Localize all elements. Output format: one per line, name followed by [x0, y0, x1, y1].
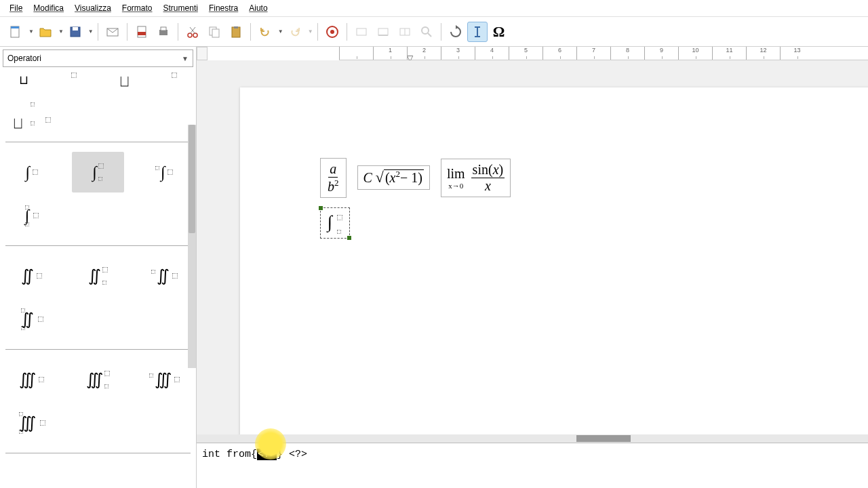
pdf-button[interactable] — [132, 22, 152, 42]
ruler-tick: 1 — [373, 47, 407, 60]
dropdown-arrow-icon[interactable]: ▼ — [278, 28, 283, 35]
formula-integral[interactable]: ∫ — [320, 207, 350, 239]
op-iint[interactable]: ∬ — [5, 256, 58, 296]
scrollbar-thumb[interactable] — [576, 435, 631, 442]
help-button[interactable] — [322, 22, 342, 42]
op-iint-from[interactable]: ∬ — [72, 256, 125, 296]
ruler-tick — [339, 47, 373, 60]
svg-rect-13 — [232, 27, 240, 37]
cut-button[interactable] — [182, 22, 203, 42]
ruler-tick: 13 — [780, 47, 814, 60]
zoom-button[interactable] — [416, 22, 437, 42]
ruler-tick: 8 — [610, 47, 644, 60]
save-button[interactable] — [65, 22, 85, 42]
cursor-button[interactable] — [467, 22, 488, 42]
rect1-button[interactable] — [351, 22, 372, 42]
svg-rect-3 — [73, 27, 78, 30]
highlight-spot — [255, 428, 286, 460]
op-iint-fromto[interactable]: ∬ — [5, 299, 58, 340]
menu-file[interactable]: File — [4, 1, 28, 15]
canvas[interactable]: ab2 C √(x2− 1) lim x→0 sin(x) x — [197, 60, 868, 437]
op-iiint-to[interactable]: ∭ — [138, 359, 191, 400]
paste-button[interactable] — [226, 22, 246, 42]
svg-rect-8 — [161, 27, 166, 30]
ruler-tick: 12 — [746, 47, 780, 60]
menu-edit[interactable]: Modifica — [28, 1, 69, 15]
rect3-button[interactable] — [395, 22, 415, 42]
formula-fraction[interactable]: ab2 — [320, 158, 347, 198]
ruler-tick: 10 — [678, 47, 712, 60]
category-select[interactable]: Operatori ▼ — [3, 49, 193, 67]
sidebar: Operatori ▼ ⊔ ⨆ ⨆ ∫ ∫ ∫ — [0, 47, 197, 488]
scrollbar-thumb[interactable] — [189, 125, 195, 233]
formula-sqrt[interactable]: C √(x2− 1) — [357, 165, 430, 190]
copy-button[interactable] — [204, 22, 224, 42]
menu-view[interactable]: Visualizza — [69, 1, 117, 15]
svg-rect-1 — [11, 26, 19, 28]
rect2-button[interactable] — [373, 22, 393, 42]
ruler-tick: 9 — [644, 47, 678, 60]
reload-button[interactable] — [446, 22, 466, 42]
op-iint-to[interactable]: ∬ — [138, 256, 191, 296]
op-iiint-from[interactable]: ∭ — [72, 359, 125, 400]
ruler-horizontal[interactable]: ▽ 1 2 3 4 5 6 7 8 9 10 11 12 13 — [339, 47, 868, 60]
op-iiint-fromto[interactable]: ∭ — [5, 403, 58, 443]
fraction-num: a — [328, 161, 338, 178]
ruler-tick: 4 — [475, 47, 509, 60]
menu-tools[interactable]: Strumenti — [158, 1, 203, 15]
svg-rect-14 — [234, 26, 238, 28]
open-button[interactable] — [35, 22, 56, 42]
category-label: Operatori — [7, 54, 41, 63]
dropdown-arrow-icon[interactable]: ▼ — [28, 28, 34, 35]
menu-help[interactable]: Aiuto — [243, 1, 273, 15]
ruler-tick: 7 — [576, 47, 610, 60]
formula-limit[interactable]: lim x→0 sin(x) x — [441, 159, 511, 197]
svg-point-22 — [422, 27, 429, 34]
operator-palette: ⊔ ⨆ ⨆ ∫ ∫ ∫ ∫ — [0, 70, 196, 488]
email-button[interactable] — [102, 22, 123, 42]
ruler-tick: 2 — [407, 47, 441, 60]
omega-button[interactable]: Ω — [489, 22, 509, 42]
dropdown-arrow-icon[interactable]: ▼ — [88, 28, 94, 35]
ruler-tick: 5 — [509, 47, 542, 60]
editor-area: ▽ 1 2 3 4 5 6 7 8 9 10 11 12 13 ab2 — [197, 47, 868, 488]
page: ab2 C √(x2− 1) lim x→0 sin(x) x — [240, 87, 868, 437]
ruler-tick: 11 — [712, 47, 746, 60]
svg-rect-6 — [138, 32, 146, 35]
toolbar: ▼ ▼ ▼ ▼ ▼ Ω — [0, 17, 868, 47]
svg-rect-17 — [357, 28, 366, 35]
op-integral-from[interactable]: ∫ — [72, 152, 125, 192]
code-text-a: int from{ — [202, 449, 257, 460]
op-integral-fromto[interactable]: ∫ — [5, 195, 58, 236]
menu-window[interactable]: Finestra — [203, 1, 243, 15]
new-doc-button[interactable] — [5, 22, 26, 42]
dropdown-arrow-icon[interactable]: ▼ — [308, 28, 313, 35]
dropdown-arrow-icon[interactable]: ▼ — [58, 28, 64, 35]
svg-rect-18 — [378, 28, 388, 35]
horizontal-scrollbar[interactable] — [197, 434, 868, 443]
ruler-tick: 3 — [441, 47, 475, 60]
undo-button[interactable] — [255, 22, 275, 42]
print-button[interactable] — [153, 22, 174, 42]
menubar: File Modifica Visualizza Formato Strumen… — [0, 0, 868, 17]
op-integral[interactable]: ∫ — [5, 152, 58, 192]
splitter-handle[interactable] — [195, 45, 199, 488]
svg-rect-12 — [212, 29, 219, 37]
code-panel[interactable]: int from{<?>} <?> — [197, 443, 868, 488]
ruler-tick: 6 — [542, 47, 576, 60]
menu-format[interactable]: Formato — [117, 1, 158, 15]
svg-line-23 — [428, 33, 431, 37]
op-integral-to[interactable]: ∫ — [138, 152, 191, 192]
op-iiint[interactable]: ∭ — [5, 359, 58, 400]
chevron-down-icon: ▼ — [182, 55, 189, 62]
redo-button[interactable] — [285, 22, 305, 42]
svg-point-16 — [330, 30, 334, 34]
